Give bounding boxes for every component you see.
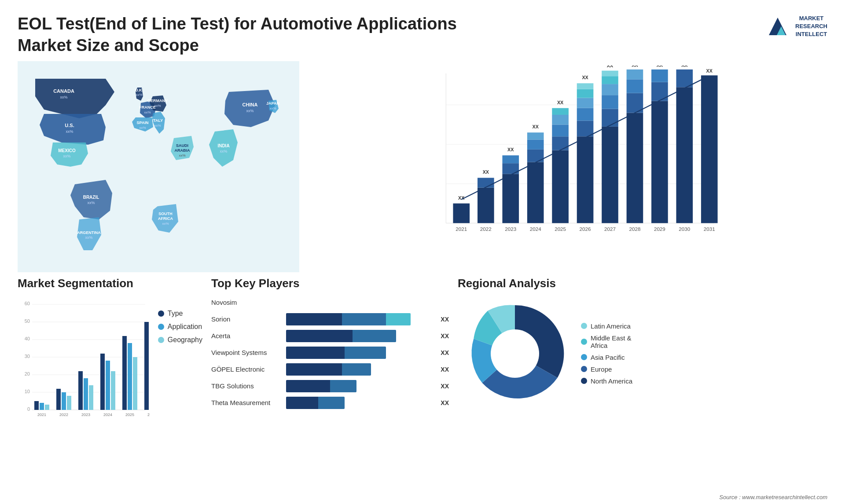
player-name-novosim: Novosim: [211, 299, 282, 306]
svg-text:CANADA: CANADA: [53, 88, 74, 94]
svg-text:xx%: xx%: [87, 201, 95, 205]
svg-text:U.S.: U.S.: [65, 123, 74, 128]
logo-block: MARKETRESEARCHINTELLECT: [764, 13, 827, 40]
svg-text:2022: 2022: [59, 413, 68, 417]
north-america-dot: [581, 378, 587, 384]
svg-rect-131: [122, 336, 127, 410]
segmentation-chart: 60 50 40 30 20 10 0: [18, 296, 202, 437]
player-val-viewpoint: XX: [441, 349, 449, 356]
svg-text:SAUDI: SAUDI: [176, 143, 188, 148]
svg-text:xx%: xx%: [60, 95, 67, 99]
europe-label: Europe: [591, 365, 612, 373]
svg-text:SPAIN: SPAIN: [137, 121, 149, 125]
svg-text:CHINA: CHINA: [242, 102, 258, 107]
svg-rect-73: [602, 127, 618, 223]
svg-text:xx%: xx%: [154, 104, 161, 108]
svg-text:2029: 2029: [654, 226, 665, 232]
svg-rect-93: [701, 75, 718, 223]
svg-text:2026: 2026: [147, 413, 150, 417]
svg-text:XX: XX: [483, 169, 489, 175]
svg-text:XX: XX: [706, 68, 713, 73]
player-theta: Theta Measurement XX: [211, 397, 449, 409]
svg-rect-121: [67, 396, 71, 410]
svg-rect-77: [602, 76, 618, 84]
asia-pacific-dot: [581, 354, 587, 360]
svg-text:30: 30: [25, 354, 30, 359]
player-val-acerta: XX: [441, 332, 449, 340]
regional-legend: Latin America Middle East &Africa Asia P…: [581, 322, 632, 385]
bar-chart-section: 2021 XX 2022 XX 2023 XX 2024 XX: [308, 61, 827, 272]
legend-asia-pacific: Asia Pacific: [581, 354, 632, 361]
svg-rect-78: [602, 70, 618, 76]
svg-text:JAPAN: JAPAN: [266, 101, 279, 106]
svg-text:2024: 2024: [103, 413, 112, 417]
legend-latin-america: Latin America: [581, 322, 632, 330]
svg-text:xx%: xx%: [246, 109, 254, 113]
svg-rect-60: [552, 124, 569, 136]
bar-chart: 2021 XX 2022 XX 2023 XX 2024 XX: [326, 66, 819, 255]
svg-text:2026: 2026: [580, 226, 591, 232]
svg-rect-62: [552, 108, 569, 115]
svg-rect-44: [478, 178, 494, 187]
svg-text:FRANCE: FRANCE: [139, 105, 156, 110]
svg-rect-69: [577, 89, 594, 98]
player-novosim: Novosim: [211, 296, 449, 309]
svg-text:2025: 2025: [125, 413, 134, 417]
player-name-gopel: GÖPEL Electronic: [211, 365, 282, 373]
svg-text:xx%: xx%: [136, 93, 142, 97]
bottom-section: Market Segmentation 60 50 40 30 20 10 0: [0, 272, 845, 501]
player-bar-gopel: [286, 363, 433, 376]
regional-chart: Latin America Middle East &Africa Asia P…: [458, 296, 827, 411]
svg-rect-76: [602, 84, 618, 95]
title-block: EOL Test(End of Line Test) for Automotiv…: [18, 13, 457, 57]
player-bar-tbg: [286, 380, 433, 392]
svg-rect-129: [111, 371, 115, 410]
player-val-tbg: XX: [441, 383, 449, 390]
logo-text: MARKETRESEARCHINTELLECT: [795, 15, 827, 39]
svg-rect-133: [133, 357, 137, 410]
svg-text:ARGENTINA: ARGENTINA: [77, 230, 101, 235]
player-sorion: Sorion XX: [211, 313, 449, 325]
svg-text:XX: XX: [681, 66, 688, 68]
svg-text:2025: 2025: [555, 226, 566, 232]
svg-text:40: 40: [25, 336, 30, 341]
legend-middle-east-africa: Middle East &Africa: [581, 334, 632, 349]
world-map-section: CANADA xx% U.S. xx% MEXICO xx% BRAZIL xx…: [18, 61, 299, 272]
player-bar-sorion: [286, 313, 433, 325]
svg-rect-54: [527, 139, 544, 149]
svg-rect-124: [84, 378, 88, 410]
svg-text:xx%: xx%: [139, 126, 146, 130]
asia-pacific-label: Asia Pacific: [591, 354, 625, 361]
svg-text:xx%: xx%: [154, 124, 161, 128]
svg-text:GERMANY: GERMANY: [147, 99, 168, 103]
svg-rect-135: [144, 322, 149, 410]
svg-rect-74: [602, 109, 618, 126]
svg-text:XX: XX: [557, 100, 564, 105]
svg-rect-88: [651, 69, 668, 82]
logo-icon: [764, 13, 791, 40]
player-name-theta: Theta Measurement: [211, 399, 282, 406]
page-title: EOL Test(End of Line Test) for Automotiv…: [18, 13, 457, 57]
svg-rect-117: [45, 405, 49, 410]
svg-text:xx%: xx%: [85, 235, 92, 240]
svg-text:XX: XX: [582, 75, 588, 80]
svg-rect-81: [627, 113, 643, 223]
svg-text:50: 50: [25, 318, 30, 324]
svg-rect-75: [602, 95, 618, 109]
legend-type: Type: [158, 310, 202, 318]
svg-text:2031: 2031: [704, 226, 715, 232]
player-name-sorion: Sorion: [211, 315, 282, 323]
svg-text:2022: 2022: [480, 226, 492, 232]
svg-rect-52: [527, 162, 544, 223]
svg-text:2023: 2023: [81, 413, 90, 417]
donut-svg: [458, 296, 572, 411]
svg-point-139: [491, 329, 539, 378]
svg-text:XX: XX: [533, 124, 539, 129]
svg-rect-68: [577, 98, 594, 108]
svg-rect-66: [577, 121, 594, 136]
svg-text:AFRICA: AFRICA: [158, 216, 173, 221]
page-header: EOL Test(End of Line Test) for Automotiv…: [0, 0, 845, 61]
player-name-tbg: TBG Solutions: [211, 382, 282, 390]
svg-rect-120: [62, 392, 66, 410]
svg-rect-58: [552, 150, 569, 223]
